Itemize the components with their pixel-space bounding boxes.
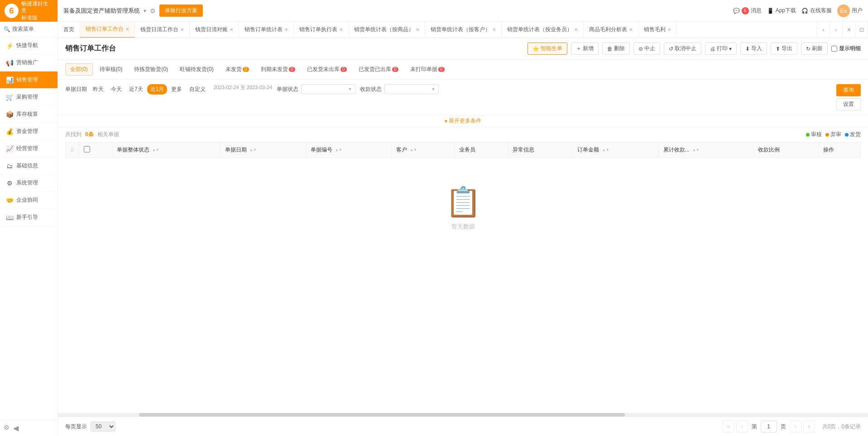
export-btn[interactable]: ⬆ 导出 xyxy=(771,43,797,55)
tab-close-all-btn[interactable]: ✕ xyxy=(843,22,855,38)
sidebar-nav-marketing[interactable]: 📢 营销推广 xyxy=(0,54,58,71)
add-btn[interactable]: ＋ 新增 xyxy=(571,43,599,55)
refresh-btn[interactable]: ↻ 刷新 xyxy=(801,43,828,55)
app-download-btn[interactable]: 📱 App下载 xyxy=(767,7,796,14)
expand-btn[interactable]: ▾ 展开更多条件 xyxy=(445,117,481,125)
tab-goods-stats-customer[interactable]: 销货单统计表（按客户） ✕ xyxy=(425,22,502,38)
date-btn-more[interactable]: 更多 xyxy=(168,84,185,95)
filter-tab-pending-review[interactable]: 待审核(0) xyxy=(95,63,128,76)
header-settings-icon[interactable]: ⚙ xyxy=(150,7,156,14)
tab-sales-workbench[interactable]: 销售订单工作台 ✕ xyxy=(80,22,135,38)
tab-close-goods-stats-product[interactable]: ✕ xyxy=(416,27,419,32)
sidebar-nav-guide[interactable]: 📖 新手引导 xyxy=(0,209,58,226)
headset-icon: 🎧 xyxy=(801,8,808,14)
query-btn[interactable]: 查询 xyxy=(836,84,861,96)
filter-tab-unprinted[interactable]: 未打印单据0 xyxy=(405,63,450,76)
settings-icon[interactable]: ⚙ xyxy=(4,424,10,432)
message-btn[interactable]: 💬 6 消息 xyxy=(733,7,762,14)
first-page-btn[interactable]: « xyxy=(723,421,734,432)
sidebar-nav-enterprise[interactable]: 🤝 企业协同 xyxy=(0,192,58,209)
delete-btn[interactable]: 🗑 删除 xyxy=(602,43,630,55)
tab-next-btn[interactable]: › xyxy=(830,22,843,38)
page-input[interactable] xyxy=(761,421,777,432)
select-all-checkbox[interactable] xyxy=(84,146,90,152)
sidebar-nav-inventory[interactable]: 📦 库存核算 xyxy=(0,106,58,123)
tab-sales-profit[interactable]: 销售毛利 ✕ xyxy=(638,22,677,38)
show-detail-checkbox[interactable] xyxy=(831,46,837,52)
tab-close-sales-stats[interactable]: ✕ xyxy=(284,27,288,32)
last-page-btn[interactable]: » xyxy=(803,421,815,432)
tab-close-goods-stats-salesman[interactable]: ✕ xyxy=(574,27,578,32)
sidebar-nav-purchase[interactable]: 🛒 采购管理 xyxy=(0,89,58,106)
per-page-select[interactable]: 50 10 20 100 xyxy=(91,422,115,431)
tab-close-goods-stats-customer[interactable]: ✕ xyxy=(492,27,496,32)
print-btn[interactable]: 🖨 打印 ▾ xyxy=(705,43,737,55)
date-btn-1month[interactable]: 近1月 xyxy=(147,84,168,95)
tab-goods-stats-product[interactable]: 销货单统计表（按商品） ✕ xyxy=(349,22,425,38)
tab-close-sales-workbench[interactable]: ✕ xyxy=(125,27,129,32)
amount-sort-icon[interactable]: ▲▼ xyxy=(602,148,609,152)
tab-expand-btn[interactable]: ⊡ xyxy=(855,22,868,38)
sidebar-nav-operation[interactable]: 📈 经营管理 xyxy=(0,140,58,157)
filter-tab-unshipped[interactable]: 未发货0 xyxy=(221,63,254,76)
date-btn-custom[interactable]: 自定义 xyxy=(186,84,209,95)
user-profile-btn[interactable]: Ea 用户 xyxy=(837,5,863,17)
import-btn[interactable]: ⬇ 导入 xyxy=(740,43,767,55)
filter-tab-all[interactable]: 全部(0) xyxy=(65,63,93,76)
tab-close-sales-exec[interactable]: ✕ xyxy=(339,27,343,32)
filter-tab-shipped-not-out[interactable]: 已发货未出库0 xyxy=(302,63,352,76)
tab-sales-stats[interactable]: 销售订单统计表 ✕ xyxy=(239,22,294,38)
cancel-review-action-btn[interactable]: 弃审 xyxy=(825,131,841,138)
stop-btn[interactable]: ⊘ 中止 xyxy=(633,43,660,55)
status-select[interactable]: ▾ xyxy=(301,84,355,94)
filter-tab-overdue[interactable]: 到期未发货0 xyxy=(256,63,300,76)
tab-prev-btn[interactable]: ‹ xyxy=(817,22,830,38)
date-btn-today[interactable]: 今天 xyxy=(108,84,125,95)
ship-action-btn[interactable]: 发货 xyxy=(845,131,861,138)
sidebar-nav-system[interactable]: ⚙ 系统管理 xyxy=(0,175,58,192)
set-btn[interactable]: 设置 xyxy=(836,98,861,110)
filter-tab-wangpu[interactable]: 旺铺待发货(0) xyxy=(175,63,219,76)
trial-btn[interactable]: 体验行业方案 xyxy=(159,5,203,17)
sidebar-nav-finance[interactable]: 💰 资金管理 xyxy=(0,123,58,140)
tab-cash-daily[interactable]: 钱货日清工作台 ✕ xyxy=(135,22,190,38)
date-btn-yesterday[interactable]: 昨天 xyxy=(90,84,107,95)
customer-sort-icon[interactable]: ▲▼ xyxy=(410,148,417,152)
filter-tab-pending-inspect[interactable]: 待拣货验货(0) xyxy=(129,63,173,76)
status-sort-icon[interactable]: ▲▼ xyxy=(152,148,159,152)
show-detail-label[interactable]: 显示明细 xyxy=(831,45,861,52)
prev-page-btn[interactable]: ‹ xyxy=(736,421,748,432)
tab-sales-exec[interactable]: 销售订单执行表 ✕ xyxy=(294,22,349,38)
tab-goods-margin[interactable]: 商品毛利分析表 ✕ xyxy=(584,22,638,38)
tab-home[interactable]: 首页 xyxy=(58,22,80,38)
payment-select-arrow: ▾ xyxy=(432,86,435,92)
next-page-btn[interactable]: › xyxy=(790,421,801,432)
tab-close-goods-margin[interactable]: ✕ xyxy=(629,27,633,32)
tab-cash-reconcile[interactable]: 钱货日清对账 ✕ xyxy=(190,22,239,38)
tab-bar: 首页 销售订单工作台 ✕ 钱货日清工作台 ✕ 钱货日清对账 ✕ 销售订单统计表 … xyxy=(58,22,868,38)
horizontal-scrollbar[interactable] xyxy=(58,413,868,417)
sidebar-nav-base[interactable]: 🗂 基础信息 xyxy=(0,157,58,175)
smart-create-btn[interactable]: ⭐ 智能生单 xyxy=(528,43,567,55)
logo-icon: 6 xyxy=(5,4,19,18)
filter-tab-shipped-out[interactable]: 已发货已出库0 xyxy=(354,63,403,76)
date-sort-icon[interactable]: ▲▼ xyxy=(249,148,257,152)
number-sort-icon[interactable]: ▲▼ xyxy=(335,148,342,152)
col-checkbox[interactable] xyxy=(79,142,112,158)
tab-close-sales-profit[interactable]: ✕ xyxy=(667,27,671,32)
sidebar-nav-sales[interactable]: 📊 销售管理 xyxy=(0,71,58,89)
enterprise-icon: 🤝 xyxy=(5,197,14,204)
tab-close-cash-reconcile[interactable]: ✕ xyxy=(230,27,233,32)
sidebar-search[interactable]: 🔍 搜索菜单 xyxy=(0,22,58,37)
collected-sort-icon[interactable]: ▲▼ xyxy=(692,148,700,152)
sidebar-nav-quick[interactable]: ⚡ 快捷导航 xyxy=(0,37,58,54)
tab-goods-stats-salesman[interactable]: 销货单统计表（按业务员） ✕ xyxy=(502,22,584,38)
review-action-btn[interactable]: 审核 xyxy=(806,131,822,138)
cancel-stop-btn[interactable]: ↺ 取消中止 xyxy=(664,43,701,55)
online-service-btn[interactable]: 🎧 在线客服 xyxy=(801,7,832,14)
tab-close-cash-daily[interactable]: ✕ xyxy=(180,27,184,32)
scrollbar-thumb[interactable] xyxy=(139,413,625,417)
date-btn-7days[interactable]: 近7天 xyxy=(126,84,146,95)
collapse-icon[interactable]: ◀ xyxy=(13,424,19,432)
payment-select[interactable]: ▾ xyxy=(384,84,439,94)
